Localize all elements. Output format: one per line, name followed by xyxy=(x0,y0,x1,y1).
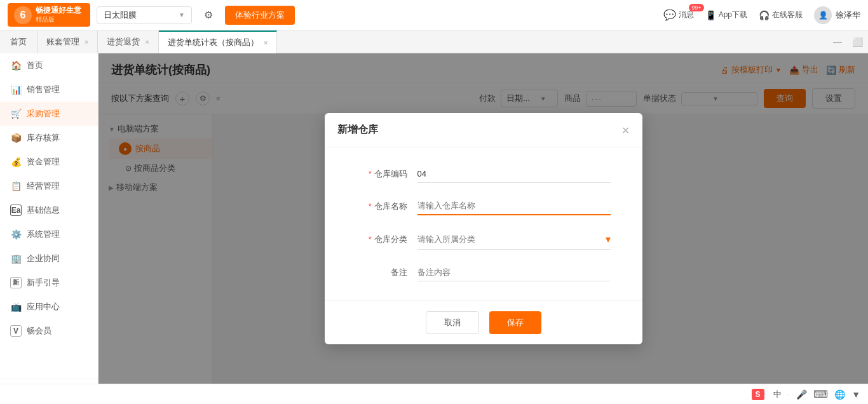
sidebar-item-basic-info-label: 基础信息 xyxy=(27,205,60,216)
sidebar-item-basic-info[interactable]: Ea 基础信息 xyxy=(0,198,98,222)
code-form-row: * 仓库编码 xyxy=(356,165,611,183)
tab-purchase-returns[interactable]: 进货退货 × xyxy=(98,30,158,53)
name-form-row: * 仓库名称 xyxy=(356,197,611,215)
note-input[interactable] xyxy=(417,264,611,281)
sidebar-item-home[interactable]: 🏠 首页 xyxy=(0,53,98,77)
tab-minimize-button[interactable]: — xyxy=(828,34,847,50)
inventory-icon: 📦 xyxy=(10,133,22,143)
purchase-returns-tab-close[interactable]: × xyxy=(145,38,149,46)
logo-text: 畅捷通好生意 精品版 xyxy=(36,6,81,25)
phone-icon: 📱 xyxy=(705,10,716,20)
dot-separator: · xyxy=(788,389,790,399)
sidebar-item-purchase[interactable]: 🛒 采购管理 xyxy=(0,102,98,126)
accounts-tab-label: 账套管理 xyxy=(46,36,79,48)
guide-icon: 新 xyxy=(10,277,22,288)
content-area: 进货单统计(按商品) 🖨 按模板打印 ▼ 📤 导出 🔄 刷新 按以下方案查 xyxy=(98,53,868,404)
tab-purchase-stats[interactable]: 进货单统计表（按商品） × xyxy=(159,30,277,53)
header-right: 💬 消息 99+ 📱 App下载 🎧 在线客服 👤 徐泽华 xyxy=(663,6,860,24)
keyboard-button[interactable]: ⌨ xyxy=(813,388,828,400)
purchase-returns-tab-label: 进货退货 xyxy=(107,36,140,48)
sidebar-item-inventory[interactable]: 📦 库存核算 xyxy=(0,126,98,150)
modal-title: 新增仓库 xyxy=(337,123,378,137)
trial-button[interactable]: 体验行业方案 xyxy=(225,6,295,25)
logo-icon: 6 xyxy=(14,6,32,24)
sidebar-item-guide-label: 新手引导 xyxy=(27,277,60,288)
name-input[interactable] xyxy=(417,197,611,215)
top-header: 6 畅捷通好生意 精品版 日太阳膜 ▼ ⚙ 体验行业方案 💬 消息 99+ 📱 … xyxy=(0,0,868,30)
sidebar-item-app-center[interactable]: 📺 应用中心 xyxy=(0,295,98,319)
operations-icon: 📋 xyxy=(10,181,22,191)
category-dropdown-icon: ▾ xyxy=(606,233,611,245)
sidebar-item-sales[interactable]: 📊 销售管理 xyxy=(0,77,98,102)
purchase-stats-tab-close[interactable]: × xyxy=(264,39,268,46)
avatar: 👤 xyxy=(814,6,832,24)
sidebar-item-operations[interactable]: 📋 经营管理 xyxy=(0,174,98,198)
sidebar-item-app-center-label: 应用中心 xyxy=(27,301,60,313)
message-icon: 💬 xyxy=(663,9,676,21)
category-form-row: * 仓库分类 ▾ xyxy=(356,229,611,250)
chevron-down-icon: ▼ xyxy=(179,11,185,18)
sidebar-item-inventory-label: 库存核算 xyxy=(27,132,60,144)
home-icon: 🏠 xyxy=(10,60,22,71)
settings-gear-button[interactable]: ⚙ xyxy=(198,5,219,25)
sidebar-item-home-label: 首页 xyxy=(27,60,43,71)
sidebar-item-purchase-label: 采购管理 xyxy=(27,108,60,119)
code-input[interactable] xyxy=(417,165,611,183)
settings-menu-button[interactable]: ▼ xyxy=(851,389,860,400)
modal-body: * 仓库编码 * 仓库名称 * 仓库分类 xyxy=(325,147,642,300)
sidebar: 🏠 首页 📊 销售管理 🛒 采购管理 📦 库存核算 💰 资金管理 📋 经营管理 … xyxy=(0,53,98,404)
headset-icon: 🎧 xyxy=(759,10,770,20)
app-download-label: App下载 xyxy=(719,10,747,20)
message-btn[interactable]: 💬 消息 99+ xyxy=(663,9,694,21)
sidebar-item-membership[interactable]: V 畅会员 xyxy=(0,319,98,343)
modal-header: 新增仓库 × xyxy=(325,113,642,147)
sidebar-item-enterprise[interactable]: 🏢 企业协同 xyxy=(0,246,98,271)
user-area[interactable]: 👤 徐泽华 xyxy=(814,6,860,24)
purchase-stats-tab-label: 进货单统计表（按商品） xyxy=(168,37,259,48)
sidebar-item-sales-label: 销售管理 xyxy=(27,84,60,95)
microphone-button[interactable]: 🎤 xyxy=(796,389,807,400)
category-select-wrap[interactable]: ▾ xyxy=(417,229,611,250)
online-service-label: 在线客服 xyxy=(772,10,803,20)
tab-home[interactable]: 首页 xyxy=(0,30,37,53)
online-service-btn[interactable]: 🎧 在线客服 xyxy=(759,10,803,20)
language-button[interactable]: 🌐 xyxy=(834,389,845,400)
accounts-tab-close[interactable]: × xyxy=(85,38,88,46)
basic-info-icon: Ea xyxy=(10,205,22,216)
finance-icon: 💰 xyxy=(10,157,22,167)
category-field-label: * 仓库分类 xyxy=(356,234,407,245)
message-badge: 99+ xyxy=(689,4,703,11)
app-download-btn[interactable]: 📱 App下载 xyxy=(705,10,747,20)
category-input[interactable] xyxy=(417,234,606,244)
sidebar-item-finance-label: 资金管理 xyxy=(27,156,60,168)
s-logo: S xyxy=(752,389,764,400)
logo-sub: 精品版 xyxy=(36,15,81,24)
sidebar-item-enterprise-label: 企业协同 xyxy=(27,253,60,264)
tab-accounts[interactable]: 账套管理 × xyxy=(37,30,98,53)
logo-main: 畅捷通好生意 xyxy=(36,6,81,16)
note-form-row: 备注 xyxy=(356,264,611,281)
app-center-icon: 📺 xyxy=(10,302,22,312)
modal-close-button[interactable]: × xyxy=(622,124,630,137)
sidebar-item-finance[interactable]: 💰 资金管理 xyxy=(0,150,98,174)
tab-expand-button[interactable]: ⬜ xyxy=(847,34,868,50)
membership-icon: V xyxy=(10,325,22,337)
bottom-bar: S 中 · 🎤 ⌨ 🌐 ▼ xyxy=(0,384,868,404)
main-layout: 🏠 首页 📊 销售管理 🛒 采购管理 📦 库存核算 💰 资金管理 📋 经营管理 … xyxy=(0,53,868,404)
purchase-icon: 🛒 xyxy=(10,109,22,119)
note-field-label: 备注 xyxy=(356,267,407,278)
sidebar-item-system[interactable]: ⚙️ 系统管理 xyxy=(0,222,98,246)
store-selector[interactable]: 日太阳膜 ▼ xyxy=(97,6,192,24)
modal-backdrop[interactable]: 新增仓库 × * 仓库编码 * 仓库名称 xyxy=(98,53,868,404)
store-name: 日太阳膜 xyxy=(104,10,137,21)
home-tab-label: 首页 xyxy=(10,36,27,48)
enterprise-icon: 🏢 xyxy=(10,253,22,264)
name-field-label: * 仓库名称 xyxy=(356,201,407,212)
cancel-button[interactable]: 取消 xyxy=(426,311,479,334)
system-icon: ⚙️ xyxy=(10,229,22,239)
sidebar-item-guide[interactable]: 新 新手引导 xyxy=(0,271,98,295)
sidebar-item-operations-label: 经营管理 xyxy=(27,180,60,192)
modal-dialog: 新增仓库 × * 仓库编码 * 仓库名称 xyxy=(325,113,642,344)
sidebar-item-membership-label: 畅会员 xyxy=(27,325,51,337)
save-button[interactable]: 保存 xyxy=(489,311,541,334)
